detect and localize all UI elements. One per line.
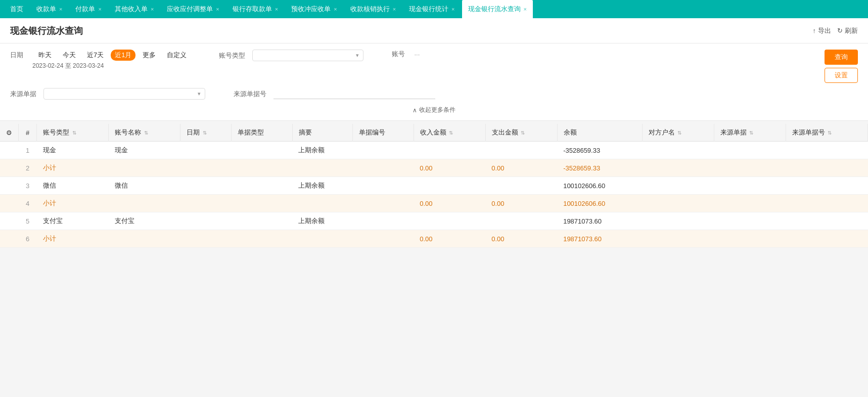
cell-num: 4 — [19, 195, 37, 212]
cell-summary — [292, 195, 352, 212]
cell-counterparty — [642, 195, 714, 212]
col-acct-name[interactable]: 账号名称 ⇅ — [109, 124, 180, 142]
cell-balance: -3528659.33 — [557, 142, 642, 159]
refresh-button[interactable]: ↻ 刷新 — [837, 26, 858, 35]
nav-tab-collection[interactable]: 收款核销执行 × — [344, 0, 402, 18]
col-src-doc-no[interactable]: 来源单据号 ⇅ — [786, 124, 867, 142]
col-income[interactable]: 收入金额 ⇅ — [414, 124, 485, 142]
cell-balance: 19871073.60 — [557, 212, 642, 230]
query-button[interactable]: 查询 — [825, 50, 858, 65]
settings-button[interactable]: 设置 — [825, 68, 858, 83]
export-button[interactable]: ↑ 导出 — [813, 26, 832, 35]
col-acct-type[interactable]: 账号类型 ⇅ — [37, 124, 109, 142]
nav-home[interactable]: 首页 — [4, 0, 29, 18]
cell-acct_type: 小计 — [37, 195, 109, 212]
table-row: 2小计0.000.00-3528659.33 — [0, 159, 868, 177]
close-icon[interactable]: × — [524, 6, 527, 12]
cell-counterparty — [642, 230, 714, 248]
cell-acct_type: 微信 — [37, 177, 109, 195]
collapse-bar[interactable]: ∧ 收起更多条件 — [10, 104, 858, 114]
nav-tab-adjustment[interactable]: 应收应付调整单 × — [161, 0, 225, 18]
close-icon[interactable]: × — [216, 6, 219, 12]
table-row: 4小计0.000.00100102606.60 — [0, 195, 868, 212]
date-opt-yesterday[interactable]: 昨天 — [34, 50, 56, 61]
cell-counterparty — [642, 212, 714, 230]
cell-balance: -3528659.33 — [557, 159, 642, 177]
col-balance: 余额 — [557, 124, 642, 142]
cell-date — [180, 230, 232, 248]
date-label: 日期 — [10, 51, 30, 60]
source-doc-select[interactable]: ▾ — [43, 88, 205, 100]
close-icon[interactable]: × — [275, 6, 278, 12]
cell-date — [180, 177, 232, 195]
col-src-doc[interactable]: 来源单据 ⇅ — [714, 124, 786, 142]
chevron-down-icon: ▾ — [356, 52, 359, 59]
cell-src_doc — [714, 177, 786, 195]
cell-acct_type: 支付宝 — [37, 212, 109, 230]
cell-summary: 上期余额 — [292, 142, 352, 159]
cell-acct_name: 支付宝 — [109, 212, 180, 230]
date-opt-7days[interactable]: 近7天 — [83, 50, 108, 61]
cell-income — [414, 177, 485, 195]
date-options: 昨天 今天 近7天 近1月 更多 自定义 — [34, 50, 191, 61]
cell-acct_type: 小计 — [37, 230, 109, 248]
close-icon[interactable]: × — [334, 6, 337, 12]
cell-src_doc_no — [786, 142, 867, 159]
acct-type-select[interactable]: ▾ — [252, 50, 363, 61]
nav-tab-cash-bank-flow[interactable]: 现金银行流水查询 × — [462, 0, 533, 18]
page-header: 现金银行流水查询 ↑ 导出 ↻ 刷新 — [0, 18, 868, 43]
cell-counterparty — [642, 142, 714, 159]
cell-src_doc_no — [786, 177, 867, 195]
cell-acct_name: 现金 — [109, 142, 180, 159]
cell-expense — [485, 212, 557, 230]
cell-gear — [0, 230, 19, 248]
date-opt-today[interactable]: 今天 — [59, 50, 80, 61]
nav-tab-cash-bank-stat[interactable]: 现金银行统计 × — [403, 0, 461, 18]
acct-num-label: 账号 — [392, 50, 405, 59]
cell-doc_type — [232, 142, 293, 159]
close-icon[interactable]: × — [451, 6, 454, 12]
cell-doc_type — [232, 230, 293, 248]
source-doc-num-label: 来源单据号 — [234, 90, 266, 99]
close-icon[interactable]: × — [59, 6, 62, 12]
close-icon[interactable]: × — [98, 6, 101, 12]
cell-acct_name — [109, 195, 180, 212]
nav-tab-prepay[interactable]: 预收冲应收单 × — [285, 0, 343, 18]
table-row: 6小计0.000.0019871073.60 — [0, 230, 868, 248]
nav-tab-bank-deposit[interactable]: 银行存取款单 × — [226, 0, 284, 18]
cell-acct_name — [109, 230, 180, 248]
date-opt-custom[interactable]: 自定义 — [163, 50, 191, 61]
cell-acct_name: 微信 — [109, 177, 180, 195]
cell-doc_type — [232, 212, 293, 230]
cell-gear — [0, 159, 19, 177]
refresh-icon: ↻ — [837, 27, 843, 34]
nav-tab-other-income[interactable]: 其他收入单 × — [109, 0, 160, 18]
cell-num: 5 — [19, 212, 37, 230]
col-doc-no: 单据编号 — [353, 124, 414, 142]
date-opt-1month[interactable]: 近1月 — [111, 50, 135, 61]
col-counterparty[interactable]: 对方户名 ⇅ — [642, 124, 714, 142]
chevron-down-icon: ▾ — [198, 91, 201, 97]
col-gear[interactable]: ⚙ — [0, 124, 19, 142]
close-icon[interactable]: × — [393, 6, 396, 12]
close-icon[interactable]: × — [151, 6, 154, 12]
export-icon: ↑ — [813, 27, 816, 34]
table-header-row: ⚙ # 账号类型 ⇅ 账号名称 ⇅ 日期 ⇅ 单据类型 摘要 单据编号 收入金额… — [0, 124, 868, 142]
cell-income — [414, 142, 485, 159]
col-expense[interactable]: 支出金额 ⇅ — [485, 124, 557, 142]
cell-src_doc — [714, 159, 786, 177]
date-opt-more[interactable]: 更多 — [139, 50, 160, 61]
cell-income: 0.00 — [414, 159, 485, 177]
cell-doc_no — [353, 195, 414, 212]
nav-tab-fukuan[interactable]: 付款单 × — [69, 0, 107, 18]
col-date[interactable]: 日期 ⇅ — [180, 124, 232, 142]
cell-doc_no — [353, 212, 414, 230]
cell-doc_type — [232, 177, 293, 195]
cell-expense: 0.00 — [485, 230, 557, 248]
acct-num-dots[interactable]: ··· — [412, 51, 422, 58]
cell-summary — [292, 230, 352, 248]
source-doc-num-input[interactable] — [273, 89, 435, 99]
nav-tab-shoukuan[interactable]: 收款单 × — [30, 0, 68, 18]
cell-expense — [485, 142, 557, 159]
cell-src_doc_no — [786, 195, 867, 212]
